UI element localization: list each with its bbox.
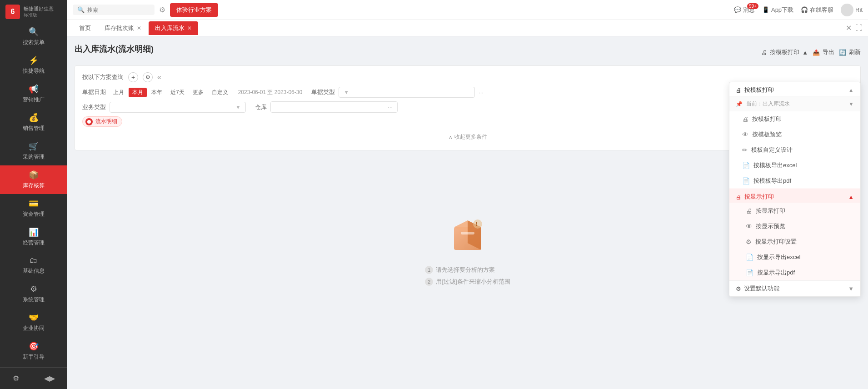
dropdown-template-export-pdf[interactable]: 📄 按模板导出pdf (729, 173, 860, 189)
tab-batch[interactable]: 库存批次账 ✕ (98, 21, 148, 35)
sidebar-item-sales[interactable]: 💰 销售管理 (0, 108, 67, 137)
business-type-select[interactable]: ▼ (110, 102, 246, 113)
dropdown-display-export-excel[interactable]: 📄 按显示导出excel (729, 249, 860, 265)
sidebar-item-basic[interactable]: 🗂 基础信息 (0, 251, 67, 279)
template-export-excel-label: 按模板导出excel (753, 161, 797, 170)
date-tab-more[interactable]: 更多 (189, 88, 207, 97)
tab-batch-close-icon[interactable]: ✕ (137, 25, 141, 31)
search-icon: 🔍 (29, 27, 39, 37)
template-custom-label: 模板自定义设计 (751, 146, 793, 154)
topbar-search-box[interactable]: 🔍 (73, 5, 155, 15)
sidebar-item-operation[interactable]: 📊 经营管理 (0, 223, 67, 251)
online-service-label: 在线客服 (810, 6, 833, 14)
filter-add-button[interactable]: + (128, 72, 138, 82)
date-tab-custom[interactable]: 自定义 (208, 88, 232, 97)
template-excel-icon: 📄 (742, 162, 750, 169)
tab-actions: ✕ ⛶ (846, 24, 863, 32)
tab-maximize-button[interactable]: ⛶ (855, 24, 863, 32)
sidebar-item-purchase[interactable]: 🛒 采购管理 (0, 137, 67, 165)
sidebar-item-inventory[interactable]: 📦 库存核算 (0, 165, 67, 194)
empty-state-illustration: ! (445, 211, 490, 257)
guide-icon: 🎯 (29, 341, 39, 351)
template-pdf-icon: 📄 (742, 177, 750, 185)
display-section-arrow[interactable]: ▲ (848, 194, 854, 200)
condition-tag-liushui[interactable]: 流水明细 (82, 116, 122, 127)
dropdown-display-export-pdf[interactable]: 📄 按显示导出pdf (729, 265, 860, 280)
display-section-title: 🖨 按显示打印 (736, 193, 774, 201)
date-tab-current-year[interactable]: 本年 (148, 88, 166, 97)
dropdown-footer[interactable]: ⚙ 设置默认功能 ▼ (729, 280, 860, 296)
filter-label: 按以下方案查询 (82, 73, 124, 81)
sidebar-item-finance[interactable]: 💳 资金管理 (0, 194, 67, 223)
user-avatar-button[interactable]: Rit (841, 4, 863, 16)
doc-type-select[interactable]: ▼ (339, 87, 475, 98)
warehouse-more-icon[interactable]: ··· (388, 104, 393, 110)
current-label: 当前：出入库流水 (746, 100, 790, 108)
sidebar-item-marketing-label: 营销推广 (23, 96, 45, 104)
industry-solution-button[interactable]: 体验行业方案 (170, 3, 218, 17)
system-icon: ⚙ (30, 284, 37, 294)
sidebar-item-shortcut[interactable]: ⚡ 快捷导航 (0, 51, 67, 80)
tab-home[interactable]: 首页 (73, 21, 97, 35)
doctype-more-icon[interactable]: ··· (479, 89, 484, 96)
dropdown-display-print-settings[interactable]: ⚙ 按显示打印设置 (729, 234, 860, 249)
current-icon: 📌 (736, 101, 743, 107)
topbar-gear-icon[interactable]: ⚙ (159, 5, 165, 14)
export-button[interactable]: 📤 导出 (813, 48, 834, 56)
sidebar-item-enterprise-label: 企业协同 (23, 324, 45, 332)
warehouse-label: 仓库 (255, 103, 267, 111)
date-tab-current-month[interactable]: 本月 (129, 88, 147, 97)
sidebar-item-marketing[interactable]: 📢 营销推广 (0, 80, 67, 108)
date-tab-last-month[interactable]: 上月 (110, 88, 128, 97)
svg-point-5 (473, 219, 482, 229)
message-badge: 99+ (747, 3, 758, 9)
dropdown-template-export-excel[interactable]: 📄 按模板导出excel (729, 158, 860, 173)
dropdown-display-preview[interactable]: 👁 按显示预览 (729, 219, 860, 234)
tab-flow-close-icon[interactable]: ✕ (187, 25, 192, 31)
sidebar-item-search[interactable]: 🔍 搜索菜单 (0, 22, 67, 51)
dropdown-template-custom[interactable]: ✏ 模板自定义设计 (729, 142, 860, 158)
headset-icon: 🎧 (801, 6, 808, 13)
dropdown-header-arrow[interactable]: ▲ (848, 87, 854, 94)
sidebar-item-inventory-label: 库存核算 (23, 182, 45, 190)
dropdown-display-print[interactable]: 🖨 按显示打印 (729, 203, 860, 219)
doctype-label: 单据类型 (311, 88, 335, 96)
main-area: 🔍 ⚙ 体验行业方案 💬 消息 99+ 📱 App下载 🎧 在线客服 (67, 0, 868, 389)
app-download-button[interactable]: 📱 App下载 (762, 6, 793, 14)
print-dropdown-panel: 🖨 按模板打印 ▲ 📌 当前：出入库流水 ▼ 🖨 按模板打印 � (729, 82, 861, 297)
template-preview-icon: 👁 (742, 131, 748, 138)
footer-gear-icon: ⚙ (736, 285, 741, 292)
footer-label: ⚙ 设置默认功能 (736, 284, 779, 293)
filter-collapse-icon[interactable]: « (157, 73, 161, 81)
template-export-pdf-label: 按模板导出pdf (753, 177, 791, 185)
tab-home-label: 首页 (79, 24, 91, 32)
search-input[interactable] (87, 7, 133, 13)
dropdown-template-preview[interactable]: 👁 按模板预览 (729, 127, 860, 142)
sidebar-settings-btn[interactable]: ⚙ (9, 372, 23, 384)
svg-text:!: ! (476, 221, 477, 227)
sidebar-item-guide[interactable]: 🎯 新手引导 (0, 337, 67, 365)
dropdown-current[interactable]: 📌 当前：出入库流水 ▼ (729, 96, 860, 111)
template-preview-label: 按模板预览 (752, 130, 782, 139)
operation-icon: 📊 (29, 227, 39, 237)
date-tab-last7days[interactable]: 近7天 (167, 88, 188, 97)
collapse-button[interactable]: ∧ 收起更多条件 (449, 133, 487, 141)
refresh-button[interactable]: 🔄 刷新 (839, 48, 861, 56)
sidebar-item-enterprise[interactable]: 🤝 企业协同 (0, 308, 67, 337)
warehouse-select[interactable]: ··· (270, 101, 398, 113)
filter-gear-button[interactable]: ⚙ (143, 72, 153, 82)
tab-close-all-button[interactable]: ✕ (846, 24, 852, 32)
message-button[interactable]: 💬 消息 99+ (734, 6, 755, 14)
tab-flow[interactable]: 出入库流水 ✕ (149, 21, 198, 35)
template-print-dropdown-trigger[interactable]: 🖨 按模板打印 ▲ (761, 48, 808, 56)
sidebar-item-system[interactable]: ⚙ 系统管理 (0, 279, 67, 308)
date-range-display: 2023-06-01 至 2023-06-30 (238, 89, 302, 96)
sales-icon: 💰 (29, 113, 39, 123)
dropdown-template-print[interactable]: 🖨 按模板打印 (729, 111, 860, 127)
page-content: 出入库流水(流水明细) 🖨 按模板打印 ▲ 📤 导出 🔄 刷新 (67, 36, 868, 389)
sidebar-item-purchase-label: 采购管理 (23, 153, 45, 161)
sidebar-collapse-btn[interactable]: ◀▶ (40, 372, 59, 384)
display-export-pdf-label: 按显示导出pdf (757, 269, 795, 277)
condition-tag-icon (85, 118, 93, 125)
online-service-button[interactable]: 🎧 在线客服 (801, 6, 833, 14)
